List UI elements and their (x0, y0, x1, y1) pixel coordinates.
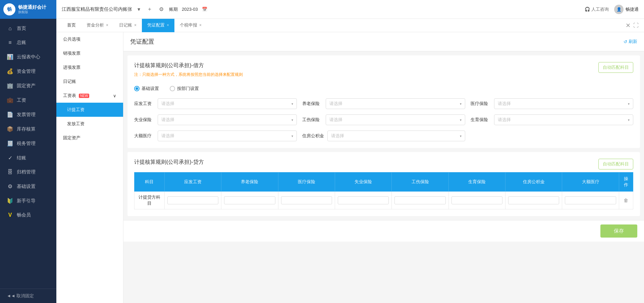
ledger-icon: ≡ (7, 40, 13, 46)
tab-journal-close[interactable]: × (134, 23, 137, 28)
select-da-e[interactable]: 请选择 ▾ (158, 131, 297, 141)
tab-capital-close[interactable]: × (106, 23, 108, 28)
sidebar-label-tax: 税务管理 (17, 141, 36, 147)
select-zhu-fang[interactable]: 请选择 ▾ (327, 131, 465, 141)
sidebar-item-capital[interactable]: 💰 资金管理 (0, 64, 56, 79)
debit-radio-group: 基础设置 按部门设置 (134, 86, 633, 92)
input-sheng-yu[interactable] (451, 196, 502, 204)
close-window-button[interactable]: ✕ (626, 22, 631, 29)
tab-tax-label: 个税申报 (180, 22, 197, 28)
select-gong-shang[interactable]: 请选择 ▾ (326, 114, 465, 125)
credit-auto-match-button[interactable]: 自动匹配科目 (598, 159, 633, 169)
support-label: 人工咨询 (591, 6, 609, 12)
menu-public-label: 公共选项 (63, 36, 80, 42)
cell-ying-fa[interactable] (164, 192, 221, 209)
sidebar-item-member[interactable]: V 畅会员 (0, 208, 56, 222)
menu-salary-sheet[interactable]: 工资表 NEW ∨ (56, 89, 123, 103)
radio-basic[interactable]: 基础设置 (134, 86, 159, 92)
cell-zhu-fang[interactable] (505, 192, 562, 209)
select-ying-fa[interactable]: 请选择 ▾ (158, 98, 297, 109)
select-zhu-fang-chevron: ▾ (460, 134, 462, 138)
sidebar-item-home[interactable]: ⌂ 首页 (0, 21, 56, 36)
select-yang-lao[interactable]: 请选择 ▾ (326, 98, 465, 109)
select-sheng-yu[interactable]: 请选择 ▾ (494, 114, 633, 125)
home-icon: ⌂ (7, 26, 13, 32)
cell-shi-ye[interactable] (335, 192, 392, 209)
expand-button[interactable]: ⛶ (633, 22, 639, 29)
select-zhu-fang-placeholder: 请选择 (331, 133, 344, 139)
sidebar-item-close[interactable]: ✓ 结账 (0, 151, 56, 165)
sidebar-item-invoice[interactable]: 📄 发票管理 (0, 107, 56, 122)
support-button[interactable]: 🎧 人工咨询 (585, 6, 609, 12)
input-yang-lao[interactable] (224, 196, 275, 204)
debit-section: 计提核算规则(公司承担)-借方 注：只能选择一种方式，系统将按照您当前的选择来配… (127, 55, 640, 148)
debit-section-note: 注：只能选择一种方式，系统将按照您当前的选择来配置规则 (134, 72, 243, 78)
radio-dept[interactable]: 按部门设置 (170, 86, 199, 92)
sidebar-item-reports[interactable]: 📊 云报表中心 (0, 50, 56, 64)
input-ying-fa[interactable] (167, 196, 218, 204)
debit-section-header: 计提核算规则(公司承担)-借方 注：只能选择一种方式，系统将按照您当前的选择来配… (134, 62, 633, 83)
sidebar-label-ledger: 总账 (17, 40, 26, 46)
field-zhu-fang-label: 住房公积金 (302, 133, 324, 139)
tab-journal[interactable]: 日记账 × (114, 19, 142, 32)
input-yi-liao[interactable] (281, 196, 332, 204)
company-dropdown-button[interactable]: ▾ (136, 5, 142, 14)
menu-sales-invoice[interactable]: 销项发票 (56, 46, 123, 60)
sidebar-item-guide[interactable]: 🔰 新手引导 (0, 194, 56, 208)
tab-tax[interactable]: 个税申报 × (174, 19, 207, 32)
menu-calc-salary[interactable]: 计提工资 (56, 103, 123, 117)
cell-yi-liao[interactable] (278, 192, 335, 209)
credit-section-header: 计提核算规则(公司承担)-贷方 自动匹配科目 (134, 159, 633, 169)
tab-tax-close[interactable]: × (199, 23, 202, 28)
menu-fixed-assets[interactable]: 固定资产 (56, 131, 123, 145)
menu-purchase-invoice[interactable]: 进项发票 (56, 60, 123, 74)
period-label: 账期 (169, 6, 178, 12)
cell-action[interactable]: 🗑 (619, 192, 633, 209)
cell-gong-shang[interactable] (392, 192, 448, 209)
delete-row-icon[interactable]: 🗑 (624, 198, 628, 203)
table-header-row: 科目 应发工资 养老保险 医疗保险 失业保险 工伤保险 生育保险 住房公积金 大… (135, 172, 633, 192)
debit-section-title: 计提核算规则(公司承担)-借方 (134, 62, 243, 69)
cell-da-e[interactable] (562, 192, 619, 209)
tab-home[interactable]: 首页 (62, 19, 81, 32)
input-zhu-fang[interactable] (508, 196, 559, 204)
sidebar-item-tax[interactable]: 🧾 税务管理 (0, 136, 56, 151)
calendar-icon[interactable]: 📅 (202, 7, 207, 12)
cell-sheng-yu[interactable] (448, 192, 505, 209)
select-shi-ye[interactable]: 请选择 ▾ (158, 114, 297, 125)
menu-pay-salary[interactable]: 发放工资 (56, 117, 123, 131)
sidebar-label-reports: 云报表中心 (17, 54, 40, 60)
select-yi-liao-chevron: ▾ (628, 102, 630, 106)
sidebar-item-salary[interactable]: 💼 工资 (0, 93, 56, 107)
tab-capital[interactable]: 资金分析 × (81, 19, 114, 32)
save-button[interactable]: 保存 (600, 224, 637, 238)
select-yi-liao[interactable]: 请选择 ▾ (494, 98, 633, 109)
input-da-e[interactable] (565, 196, 616, 204)
select-gong-shang-chevron: ▾ (460, 118, 462, 122)
user-info[interactable]: 👤 畅捷通 (614, 5, 639, 14)
sidebar-item-archive[interactable]: 🗄 归档管理 (0, 165, 56, 179)
cell-yang-lao[interactable] (221, 192, 278, 209)
menu-journal[interactable]: 日记账 (56, 74, 123, 89)
input-gong-shang[interactable] (394, 196, 445, 204)
sidebar-item-settings[interactable]: ⚙ 基础设置 (0, 179, 56, 194)
sidebar-item-assets[interactable]: 🏢 固定资产 (0, 79, 56, 93)
sidebar-label-invoice: 发票管理 (17, 112, 36, 118)
add-company-button[interactable]: ＋ (146, 4, 154, 14)
sidebar: 畅 畅捷通好会计 旗舰版 ⌂ 首页 ≡ 总账 📊 云报表中心 💰 资金管理 🏢 … (0, 0, 56, 303)
menu-public[interactable]: 公共选项 (56, 32, 123, 46)
reports-icon: 📊 (7, 54, 13, 60)
logo: 畅 畅捷通好会计 旗舰版 (0, 0, 56, 19)
debit-auto-match-button[interactable]: 自动匹配科目 (598, 62, 633, 73)
sidebar-label-assets: 固定资产 (17, 83, 36, 89)
tab-voucher[interactable]: 凭证配置 × (142, 19, 174, 32)
menu-sales-invoice-label: 销项发票 (63, 50, 80, 56)
refresh-button[interactable]: ↺ 刷新 (624, 39, 637, 45)
input-shi-ye[interactable] (338, 196, 389, 204)
sidebar-item-inventory[interactable]: 📦 库存核算 (0, 122, 56, 136)
tab-voucher-close[interactable]: × (167, 23, 169, 28)
settings-button[interactable]: ⚙ (158, 5, 165, 14)
sidebar-item-ledger[interactable]: ≡ 总账 (0, 36, 56, 50)
field-ying-fa-gong-zi: 应发工资 请选择 ▾ (134, 98, 297, 109)
cancel-fixed-button[interactable]: ◄◄ 取消固定 (0, 289, 56, 303)
